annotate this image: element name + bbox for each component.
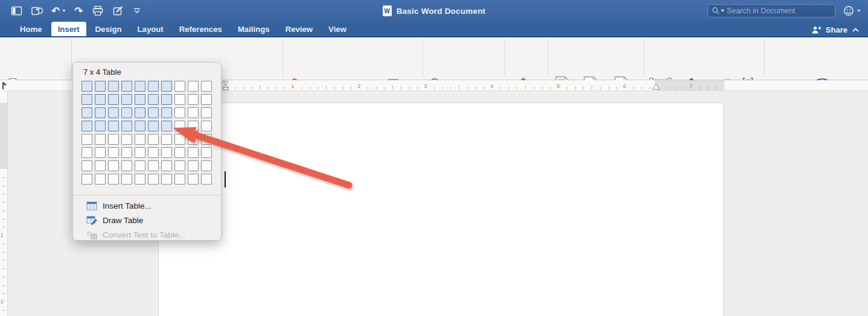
save-icon[interactable] [31,5,43,16]
menu-item-draw-table[interactable]: Draw Table [86,213,143,227]
table-size-cell[interactable] [148,81,159,92]
table-size-cell[interactable] [148,121,159,131]
tab-insert[interactable]: Insert [51,22,86,36]
table-size-cell[interactable] [174,134,185,145]
table-size-cell[interactable] [81,160,92,171]
document-page[interactable] [158,103,724,316]
table-size-cell[interactable] [81,174,92,185]
table-size-cell[interactable] [121,134,132,145]
table-size-cell[interactable] [108,107,119,118]
table-size-cell[interactable] [188,94,199,105]
table-size-cell[interactable] [135,94,145,105]
undo-icon[interactable]: ↶ [51,6,66,16]
table-size-cell[interactable] [201,174,212,185]
table-size-cell[interactable] [174,147,185,158]
table-size-cell[interactable] [188,107,199,118]
table-size-cell[interactable] [135,107,145,118]
tab-view[interactable]: View [322,22,353,36]
table-size-cell[interactable] [161,134,172,145]
table-size-cell[interactable] [108,94,119,105]
table-size-cell[interactable] [95,160,106,171]
table-size-cell[interactable] [161,81,172,92]
table-size-cell[interactable] [121,174,132,185]
table-size-cell[interactable] [121,121,132,131]
table-size-cell[interactable] [108,81,119,92]
table-size-cell[interactable] [161,147,172,158]
table-size-cell[interactable] [174,160,185,171]
table-size-cell[interactable] [161,121,172,131]
share-button[interactable]: Share [826,25,847,34]
table-size-cell[interactable] [108,147,119,158]
table-size-cell[interactable] [95,81,106,92]
table-size-cell[interactable] [201,107,212,118]
table-size-cell[interactable] [95,107,106,118]
tab-mailings[interactable]: Mailings [231,22,276,36]
table-size-cell[interactable] [148,160,159,171]
search-field[interactable] [707,4,835,17]
table-size-cell[interactable] [81,147,92,158]
table-size-cell[interactable] [81,94,92,105]
table-size-cell[interactable] [174,107,185,118]
table-size-cell[interactable] [148,107,159,118]
table-size-cell[interactable] [121,107,132,118]
table-size-cell[interactable] [135,134,145,145]
table-size-cell[interactable] [108,121,119,131]
table-size-cell[interactable] [135,121,145,131]
table-size-cell[interactable] [188,174,199,185]
table-size-cell[interactable] [135,160,145,171]
table-size-cell[interactable] [95,94,106,105]
table-size-cell[interactable] [174,174,185,185]
table-size-cell[interactable] [95,121,106,131]
table-size-cell[interactable] [201,147,212,158]
smiley-caret-icon[interactable] [857,10,861,12]
table-size-cell[interactable] [81,81,92,92]
table-size-cell[interactable] [201,81,212,92]
table-size-cell[interactable] [135,174,145,185]
tab-review[interactable]: Review [279,22,319,36]
toolbar-overflow-icon[interactable] [133,7,141,15]
table-size-cell[interactable] [121,81,132,92]
right-indent-marker-icon[interactable] [652,83,660,90]
search-scope-caret-icon[interactable] [721,10,724,12]
table-size-cell[interactable] [108,134,119,145]
table-size-cell[interactable] [108,174,119,185]
indent-marker-icon[interactable] [222,81,229,90]
table-size-cell[interactable] [188,121,199,131]
table-size-cell[interactable] [188,147,199,158]
table-size-cell[interactable] [188,81,199,92]
feedback-smiley[interactable] [843,5,861,17]
table-size-cell[interactable] [95,134,106,145]
table-size-cell[interactable] [201,94,212,105]
tab-references[interactable]: References [173,22,229,36]
table-size-cell[interactable] [161,174,172,185]
undo-caret-icon[interactable] [62,10,66,12]
table-size-cell[interactable] [148,94,159,105]
compose-icon[interactable] [112,5,124,16]
search-input[interactable] [727,7,831,15]
collapse-ribbon-icon[interactable] [852,27,860,33]
table-size-cell[interactable] [148,174,159,185]
table-size-cell[interactable] [161,94,172,105]
table-size-cell[interactable] [81,107,92,118]
table-size-cell[interactable] [135,147,145,158]
tab-home[interactable]: Home [13,22,49,36]
table-size-cell[interactable] [121,147,132,158]
table-size-cell[interactable] [201,160,212,171]
table-size-cell[interactable] [201,134,212,145]
print-icon[interactable] [92,5,104,16]
table-size-cell[interactable] [95,147,106,158]
table-size-cell[interactable] [108,160,119,171]
table-size-cell[interactable] [148,147,159,158]
table-size-cell[interactable] [135,81,145,92]
table-size-cell[interactable] [121,160,132,171]
table-size-cell[interactable] [161,107,172,118]
table-size-cell[interactable] [174,121,185,131]
table-size-cell[interactable] [148,134,159,145]
table-size-cell[interactable] [81,134,92,145]
table-size-cell[interactable] [174,81,185,92]
table-size-cell[interactable] [174,94,185,105]
table-size-cell[interactable] [201,121,212,131]
tab-layout[interactable]: Layout [131,22,170,36]
table-size-cell[interactable] [188,134,199,145]
redo-icon[interactable]: ↷ [74,6,83,16]
